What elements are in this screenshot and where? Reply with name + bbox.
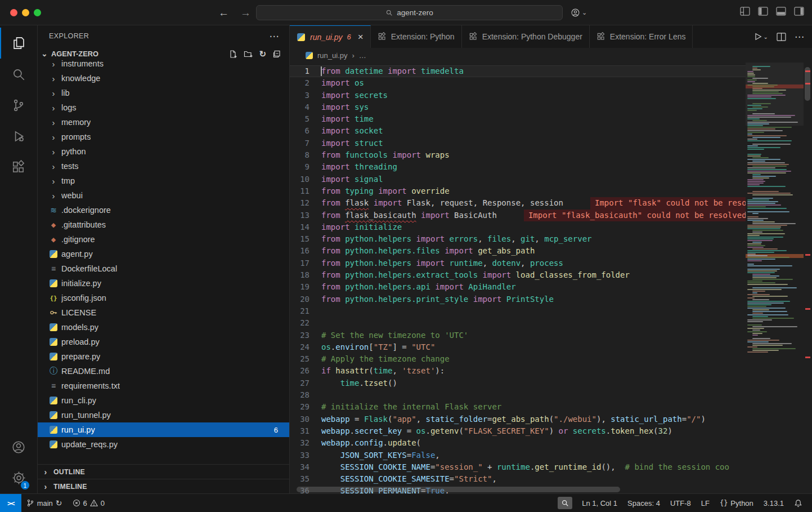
code-line-35[interactable]: 35 SESSION_COOKIE_SAMESITE="Strict", [290,473,746,485]
activity-source-control[interactable] [0,90,37,121]
code-line-4[interactable]: 4import sys [290,101,746,113]
code-line-12[interactable]: 12from flask import Flask, request, Resp… [290,197,746,209]
file-jsconfig.json[interactable]: {}jsconfig.json [38,291,289,305]
activity-extensions[interactable] [0,152,37,182]
command-center-search[interactable]: agent-zero [256,5,563,20]
split-editor-icon[interactable] [777,33,786,41]
code-line-16[interactable]: 16from python.helpers.files import get_a… [290,245,746,257]
code-area[interactable]: 1from datetime import timedelta2import o… [290,63,746,493]
folder-python[interactable]: ›python [38,144,289,159]
tab-run_ui.py[interactable]: run_ui.py6× [290,25,371,48]
file-DockerfileLocal[interactable]: ≡DockerfileLocal [38,261,289,276]
problems-item[interactable]: 6 0 [68,494,110,512]
activity-explorer[interactable] [0,28,37,59]
file-run_cli.py[interactable]: run_cli.py [38,393,289,408]
maximize-window-button[interactable] [34,9,41,16]
code-line-7[interactable]: 7import struct [290,137,746,149]
timeline-section[interactable]: › TIMELINE [38,479,289,493]
file-README.md[interactable]: ⓘREADME.md [38,364,289,379]
navigate-back-icon[interactable]: ← [218,7,229,19]
code-line-27[interactable]: 27 time.tzset() [290,377,746,389]
file-LICENSE[interactable]: LICENSE [38,305,289,320]
file-run_tunnel.py[interactable]: run_tunnel.py [38,408,289,422]
code-line-26[interactable]: 26if hasattr(time, 'tzset'): [290,365,746,377]
code-line-21[interactable]: 21 [290,305,746,317]
code-line-1[interactable]: 1from datetime import timedelta [290,65,746,77]
code-line-22[interactable]: 22 [290,317,746,329]
code-line-31[interactable]: 31webapp.secret_key = os.getenv("FLASK_S… [290,425,746,437]
close-window-button[interactable] [10,9,17,16]
file-update_reqs.py[interactable]: update_reqs.py [38,437,289,452]
code-line-25[interactable]: 25# Apply the timezone change [290,353,746,365]
folder-instruments[interactable]: ›instruments [38,56,289,71]
code-line-29[interactable]: 29# initialize the internal Flask server [290,401,746,413]
code-line-13[interactable]: 13from flask_basicauth import BasicAuthI… [290,210,746,221]
code-editor[interactable]: 1from datetime import timedelta2import o… [290,63,812,493]
code-line-10[interactable]: 10import signal [290,173,746,185]
tab-Extension: Error Lens[interactable]: Extension: Error Lens [590,25,693,48]
code-line-33[interactable]: 33 JSON_SORT_KEYS=False, [290,449,746,461]
file-initialize.py[interactable]: initialize.py [38,276,289,291]
code-line-17[interactable]: 17from python.helpers import runtime, do… [290,257,746,269]
code-line-5[interactable]: 5import time [290,113,746,125]
code-line-3[interactable]: 3import secrets [290,90,746,101]
folder-logs[interactable]: ›logs [38,100,289,115]
remote-indicator[interactable]: >< [0,494,21,512]
encoding[interactable]: UTF-8 [665,494,696,512]
python-interpreter-version[interactable]: 3.13.1 [759,494,789,512]
code-line-28[interactable]: 28 [290,389,746,401]
notifications-bell[interactable] [789,494,807,512]
cursor-position[interactable]: Ln 1, Col 1 [577,494,622,512]
customize-layout-icon[interactable] [740,7,750,16]
zoom-status-button[interactable] [558,497,572,509]
tab-Extension: Python[interactable]: Extension: Python [371,25,462,48]
code-line-11[interactable]: 11from typing import override [290,185,746,197]
file-.gitattributes[interactable]: ◆.gitattributes [38,217,289,232]
code-line-18[interactable]: 18from python.helpers.extract_tools impo… [290,269,746,281]
code-line-32[interactable]: 32webapp.config.update( [290,437,746,449]
code-line-8[interactable]: 8from functools import wraps [290,149,746,161]
activity-run-debug[interactable] [0,121,37,152]
code-line-19[interactable]: 19from python.helpers.api import ApiHand… [290,281,746,293]
folder-knowledge[interactable]: ›knowledge [38,71,289,86]
eol-sequence[interactable]: LF [696,494,715,512]
code-line-24[interactable]: 24os.environ["TZ"] = "UTC" [290,341,746,353]
activity-search[interactable] [0,59,37,90]
branch-item[interactable]: main ↻ [21,494,68,512]
code-line-23[interactable]: 23# Set the new timezone to 'UTC' [290,330,746,341]
activity-settings[interactable]: 1 [0,462,37,493]
navigate-forward-icon[interactable]: → [240,7,251,19]
file-prepare.py[interactable]: prepare.py [38,349,289,364]
folder-tests[interactable]: ›tests [38,159,289,173]
file-.dockerignore[interactable]: ≋.dockerignore [38,203,289,217]
tab-Extension: Python Debugger[interactable]: Extension: Python Debugger [462,25,590,48]
minimap[interactable] [746,63,804,493]
toggle-primary-sidebar-icon[interactable] [758,7,768,16]
folder-webui[interactable]: ›webui [38,188,289,203]
code-line-15[interactable]: 15from python.helpers import errors, fil… [290,233,746,245]
toggle-panel-icon[interactable] [776,7,786,16]
file-preload.py[interactable]: preload.py [38,335,289,349]
file-models.py[interactable]: models.py [38,320,289,335]
code-line-6[interactable]: 6import socket [290,125,746,137]
file-run_ui.py[interactable]: run_ui.py6 [38,422,289,437]
folder-prompts[interactable]: ›prompts [38,130,289,144]
outline-section[interactable]: › OUTLINE [38,464,289,479]
run-python-file-button[interactable]: ⌄ [753,32,768,41]
file-.gitignore[interactable]: ◆.gitignore [38,232,289,247]
toggle-secondary-sidebar-icon[interactable] [794,7,804,16]
horizontal-scrollbar-thumb[interactable] [297,487,620,492]
code-line-34[interactable]: 34 SESSION_COOKIE_NAME="session_" + runt… [290,461,746,473]
code-line-30[interactable]: 30webapp = Flask("app", static_folder=ge… [290,413,746,425]
folder-memory[interactable]: ›memory [38,115,289,130]
close-tab-icon[interactable]: × [358,32,364,43]
folder-tmp[interactable]: ›tmp [38,173,289,188]
code-line-2[interactable]: 2import os [290,77,746,89]
activity-accounts[interactable] [0,431,37,462]
code-line-20[interactable]: 20from python.helpers.print_style import… [290,293,746,305]
more-editor-actions-icon[interactable]: ⋯ [795,31,804,43]
file-requirements.txt[interactable]: ≡requirements.txt [38,379,289,393]
code-line-14[interactable]: 14import initialize [290,221,746,233]
file-agent.py[interactable]: agent.py [38,247,289,261]
indentation[interactable]: Spaces: 4 [622,494,665,512]
